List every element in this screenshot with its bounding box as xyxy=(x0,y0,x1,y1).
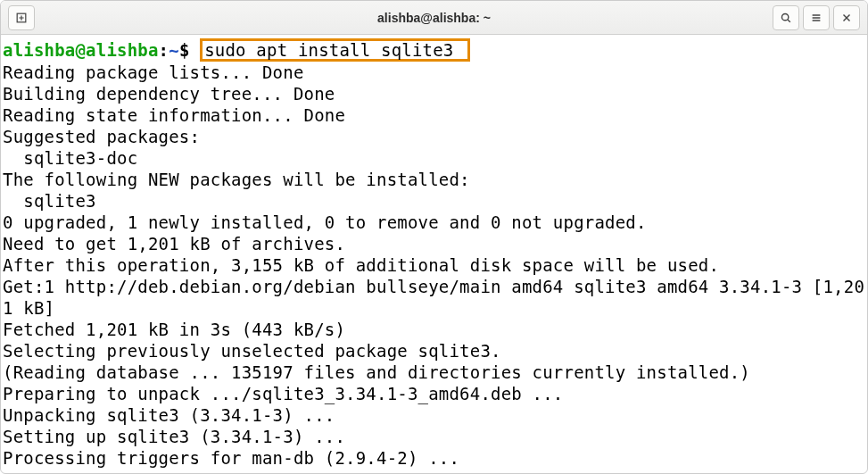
terminal-area[interactable]: alishba@alishba:~$ sudo apt install sqli… xyxy=(1,35,867,472)
prompt-user-host: alishba@alishba xyxy=(3,40,159,60)
close-button[interactable] xyxy=(833,5,860,30)
window-titlebar: alishba@alishba: ~ xyxy=(1,1,867,35)
search-button[interactable] xyxy=(773,5,799,30)
command-text: sudo apt install sqlite3 xyxy=(204,40,453,60)
prompt-dollar: $ xyxy=(179,40,190,60)
svg-line-4 xyxy=(788,19,790,21)
terminal-output: Reading package lists... Done Building d… xyxy=(3,62,864,468)
prompt-colon: : xyxy=(159,40,169,60)
close-icon xyxy=(840,12,853,24)
menu-button[interactable] xyxy=(803,5,830,30)
new-tab-button[interactable] xyxy=(8,5,35,30)
command-highlight: sudo apt install sqlite3 xyxy=(200,38,470,62)
svg-point-3 xyxy=(781,13,788,20)
prompt-path: ~ xyxy=(169,40,179,60)
window-title: alishba@alishba: ~ xyxy=(0,11,868,25)
hamburger-icon xyxy=(810,12,823,24)
search-icon xyxy=(780,12,792,24)
new-tab-icon xyxy=(15,12,28,24)
